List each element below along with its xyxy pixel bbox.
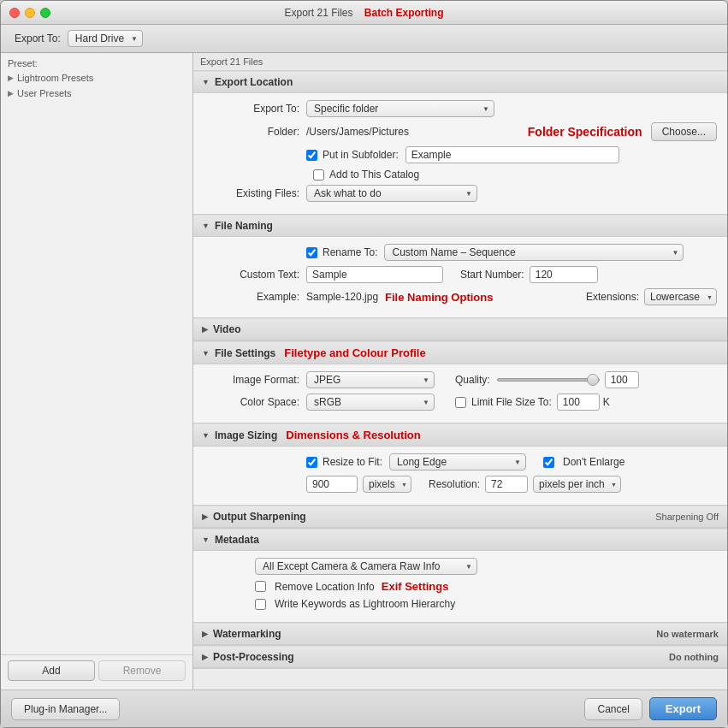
metadata-select[interactable]: All Except Camera & Camera Raw Info <box>255 558 477 575</box>
section-post-processing: ▶ Post-Processing Do nothing <box>193 646 727 669</box>
dont-enlarge-label: Don't Enlarge <box>563 456 624 468</box>
minimize-button[interactable] <box>25 8 35 18</box>
collapse-arrow-icon: ▶ <box>202 512 208 521</box>
section-video: ▶ Video <box>193 318 727 341</box>
rename-checkbox[interactable] <box>306 247 317 258</box>
remove-location-checkbox[interactable] <box>255 581 266 592</box>
resize-select-wrapper[interactable]: Long Edge <box>389 453 526 471</box>
section-header-metadata[interactable]: ▼ Metadata <box>193 529 727 551</box>
image-format-label: Image Format: <box>204 374 306 386</box>
post-processing-status: Do nothing <box>669 652 719 662</box>
color-space-select[interactable]: sRGB <box>306 394 435 411</box>
example-row: Example: Sample-120.jpg File Naming Opti… <box>204 288 717 305</box>
folder-path: /Users/James/Pictures <box>306 126 519 138</box>
traffic-lights <box>9 8 50 18</box>
toolbar: Export To: Hard Drive <box>1 25 727 53</box>
section-header-export-location[interactable]: ▼ Export Location <box>193 71 727 93</box>
extensions-select[interactable]: Lowercase <box>644 288 717 305</box>
arrow-icon: ▶ <box>8 89 14 98</box>
section-header-file-naming[interactable]: ▼ File Naming <box>193 215 727 237</box>
rename-to-row: Rename To: Custom Name – Sequence <box>204 244 717 261</box>
quality-input[interactable] <box>605 371 639 388</box>
metadata-select-wrapper[interactable]: All Except Camera & Camera Raw Info <box>255 558 477 575</box>
section-header-output-sharpening[interactable]: ▶ Output Sharpening Sharpening Off <box>193 506 727 528</box>
export-to-select-wrapper[interactable]: Hard Drive <box>68 30 143 47</box>
add-preset-button[interactable]: Add <box>8 660 95 681</box>
image-format-select[interactable]: JPEG <box>306 371 435 388</box>
extensions-wrapper[interactable]: Lowercase <box>644 288 717 305</box>
export-to-field-wrapper[interactable]: Specific folder <box>306 100 494 117</box>
resize-to-fit-row: Resize to Fit: Long Edge Don't Enlarge <box>204 453 717 471</box>
custom-text-input[interactable] <box>306 266 443 283</box>
plugin-manager-button[interactable]: Plug-in Manager... <box>11 698 120 720</box>
main-window: Export 21 Files Batch Exporting Export T… <box>0 0 728 728</box>
export-to-field-select[interactable]: Specific folder <box>306 100 494 117</box>
limit-size-unit: K <box>603 396 610 408</box>
size-unit-wrapper[interactable]: pixels <box>363 476 411 493</box>
sidebar-label-user: User Presets <box>17 88 72 98</box>
sidebar-item-user-presets[interactable]: ▶ User Presets <box>1 86 192 101</box>
maximize-button[interactable] <box>40 8 50 18</box>
resolution-input[interactable] <box>485 476 528 493</box>
dont-enlarge-checkbox[interactable] <box>543 457 554 468</box>
image-sizing-annotation: Dimensions & Resolution <box>286 429 420 441</box>
cancel-button[interactable]: Cancel <box>584 698 642 720</box>
close-button[interactable] <box>9 8 20 18</box>
start-number-input[interactable] <box>530 266 598 283</box>
titlebar: Export 21 Files Batch Exporting <box>1 1 727 25</box>
rename-select[interactable]: Custom Name – Sequence <box>384 244 684 261</box>
existing-files-wrapper[interactable]: Ask what to do <box>306 185 477 202</box>
section-title: Metadata <box>215 534 259 546</box>
collapse-arrow-icon: ▼ <box>202 431 210 440</box>
section-title: File Naming <box>215 220 273 232</box>
collapse-arrow-icon: ▼ <box>202 78 210 86</box>
sidebar-item-lightroom-presets[interactable]: ▶ Lightroom Presets <box>1 70 192 86</box>
resolution-unit-wrapper[interactable]: pixels per inch <box>533 476 621 493</box>
export-button[interactable]: Export <box>649 697 717 720</box>
preset-label: Preset: <box>1 56 192 70</box>
add-to-catalog-checkbox[interactable] <box>313 169 324 181</box>
resize-checkbox[interactable] <box>306 457 317 468</box>
section-header-post-processing[interactable]: ▶ Post-Processing Do nothing <box>193 646 727 668</box>
section-body-file-naming: Rename To: Custom Name – Sequence Custom… <box>193 237 727 317</box>
section-metadata: ▼ Metadata All Except Camera & Camera Ra… <box>193 529 727 623</box>
section-header-file-settings[interactable]: ▼ File Settings Filetype and Colour Prof… <box>193 341 727 364</box>
section-title: Post-Processing <box>213 651 294 663</box>
size-unit-select[interactable]: pixels <box>363 476 411 493</box>
folder-annotation: Folder Specification <box>528 125 642 139</box>
custom-text-label: Custom Text: <box>204 269 306 281</box>
start-number-label: Start Number: <box>460 269 524 281</box>
choose-folder-button[interactable]: Choose... <box>651 122 717 141</box>
remove-preset-button[interactable]: Remove <box>98 660 186 681</box>
section-file-settings: ▼ File Settings Filetype and Colour Prof… <box>193 341 727 423</box>
subfolder-input[interactable] <box>405 146 619 163</box>
section-header-image-sizing[interactable]: ▼ Image Sizing Dimensions & Resolution <box>193 423 727 447</box>
color-space-wrapper[interactable]: sRGB <box>306 394 435 411</box>
export-to-select[interactable]: Hard Drive <box>68 30 143 47</box>
section-header-watermarking[interactable]: ▶ Watermarking No watermark <box>193 623 727 645</box>
metadata-select-row: All Except Camera & Camera Raw Info <box>204 558 717 575</box>
image-format-wrapper[interactable]: JPEG <box>306 371 435 388</box>
size-input[interactable] <box>306 476 358 493</box>
limit-size-input[interactable] <box>557 394 600 411</box>
main-area: Preset: ▶ Lightroom Presets ▶ User Prese… <box>1 53 727 690</box>
bottom-right-buttons: Cancel Export <box>584 697 717 720</box>
file-naming-annotation: File Naming Options <box>385 291 493 304</box>
custom-text-row: Custom Text: Start Number: <box>204 266 717 283</box>
write-keywords-checkbox[interactable] <box>255 599 266 610</box>
write-keywords-label: Write Keywords as Lightroom Hierarchy <box>275 598 455 610</box>
rename-select-wrapper[interactable]: Custom Name – Sequence <box>384 244 684 261</box>
quality-slider[interactable] <box>497 378 600 382</box>
subfolder-row: Put in Subfolder: <box>204 146 717 163</box>
section-header-video[interactable]: ▶ Video <box>193 318 727 340</box>
collapse-arrow-icon: ▶ <box>202 630 208 638</box>
resolution-unit-select[interactable]: pixels per inch <box>533 476 621 493</box>
resize-select[interactable]: Long Edge <box>389 453 526 471</box>
put-in-subfolder-checkbox[interactable] <box>306 150 317 161</box>
limit-size-checkbox[interactable] <box>455 397 466 408</box>
section-title: Export Location <box>215 76 293 88</box>
existing-files-select[interactable]: Ask what to do <box>306 185 477 202</box>
put-in-subfolder-label: Put in Subfolder: <box>323 149 399 161</box>
add-to-catalog-label: Add to This Catalog <box>329 169 419 181</box>
bottom-bar: Plug-in Manager... Cancel Export <box>1 690 727 727</box>
